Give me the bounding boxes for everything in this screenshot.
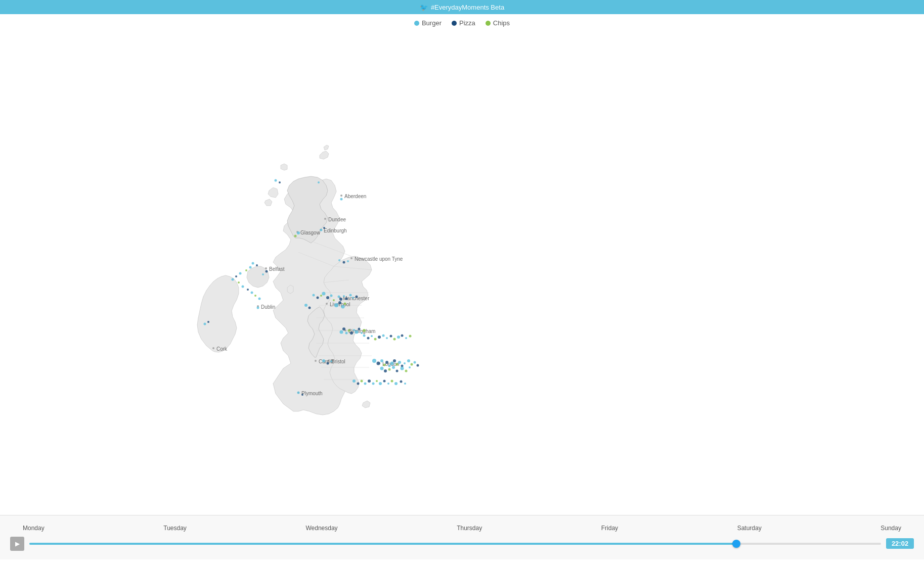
tweet-dot xyxy=(345,298,348,300)
legend-chips: Chips xyxy=(486,19,510,27)
tweet-dot xyxy=(345,332,348,335)
city-label: Plymouth xyxy=(301,391,323,396)
tweet-dot xyxy=(317,297,319,299)
city-dot xyxy=(350,257,353,259)
tweet-dot xyxy=(404,362,406,364)
tweet-dot xyxy=(364,383,367,385)
city-label: Edinburgh xyxy=(324,228,347,233)
tweet-dot xyxy=(304,304,307,307)
burger-dot xyxy=(414,21,419,26)
city-dot xyxy=(326,303,328,305)
tweet-dot xyxy=(405,370,408,372)
tweet-dot xyxy=(388,368,391,371)
pizza-label: Pizza xyxy=(459,19,475,27)
play-button[interactable]: ▶ xyxy=(10,537,24,551)
tweet-dot xyxy=(401,367,404,370)
slider-track[interactable] xyxy=(29,543,881,545)
tweet-dot xyxy=(309,307,311,309)
tweet-dot xyxy=(318,181,320,183)
header-title: #EverydayMoments Beta xyxy=(431,4,504,11)
tweet-dot xyxy=(411,363,413,366)
tweet-dot xyxy=(339,298,342,301)
tweet-dot xyxy=(254,295,256,297)
tweet-dot xyxy=(235,275,237,277)
tweet-dot xyxy=(344,303,346,305)
tweet-dot xyxy=(386,337,388,339)
tweet-dot xyxy=(393,359,396,362)
chips-dot xyxy=(486,21,491,26)
tweet-dot xyxy=(242,286,244,288)
tweet-dot xyxy=(252,262,254,265)
slider-thumb[interactable] xyxy=(732,540,740,548)
tweet-dot xyxy=(394,382,398,385)
tweet-dot xyxy=(301,394,303,396)
tweet-dot xyxy=(363,335,366,337)
tweet-dot xyxy=(371,335,373,337)
burger-label: Burger xyxy=(422,19,442,27)
tweet-dot xyxy=(343,261,345,264)
tweet-dot xyxy=(372,383,375,385)
tweet-dot xyxy=(380,367,384,370)
tweet-dot xyxy=(400,381,403,383)
day-sunday: Sunday xyxy=(881,525,901,532)
tweet-dot xyxy=(397,336,400,339)
tweet-dot xyxy=(330,360,332,362)
tweet-dot xyxy=(238,281,240,284)
tweet-dot xyxy=(358,328,361,331)
tweet-dot xyxy=(334,303,338,307)
tweet-dot xyxy=(380,359,383,362)
tweet-dot xyxy=(383,380,386,383)
tweet-dot xyxy=(239,272,242,275)
tweet-dot xyxy=(398,361,401,364)
tweet-dot xyxy=(372,359,376,363)
slider-fill xyxy=(29,543,736,545)
tweet-dot xyxy=(361,332,363,334)
tweet-dot xyxy=(275,179,277,182)
tweet-dot xyxy=(414,361,416,364)
timeline[interactable]: Monday Tuesday Wednesday Thursday Friday… xyxy=(0,515,924,559)
tweet-dot xyxy=(247,289,249,291)
tweet-dot xyxy=(409,335,412,338)
timeline-labels: Monday Tuesday Wednesday Thursday Friday… xyxy=(10,525,914,532)
legend-burger: Burger xyxy=(414,19,442,27)
tweet-dot xyxy=(262,273,264,275)
tweet-dot xyxy=(294,235,297,238)
tweet-dot xyxy=(349,294,352,297)
map-svg xyxy=(0,30,924,515)
tweet-dot xyxy=(342,327,345,331)
pizza-dot xyxy=(452,21,457,26)
legend: Burger Pizza Chips xyxy=(0,14,924,30)
chips-label: Chips xyxy=(493,19,510,27)
tweet-dot xyxy=(378,336,381,339)
city-label: Glasgow xyxy=(300,230,320,235)
tweet-dot xyxy=(340,198,343,201)
tweet-dot xyxy=(256,264,258,266)
tweet-dot xyxy=(320,229,323,231)
day-saturday: Saturday xyxy=(737,525,762,532)
tweet-dot xyxy=(357,383,360,385)
tweet-dot xyxy=(333,299,335,301)
tweet-dot xyxy=(258,298,261,300)
tweet-dot xyxy=(383,364,386,366)
tweet-dot xyxy=(338,301,341,304)
tweet-dot xyxy=(396,370,399,372)
city-dot xyxy=(315,360,317,362)
tweet-dot xyxy=(385,361,388,364)
tweet-dot xyxy=(350,332,353,335)
tweet-dot xyxy=(322,359,325,362)
tweet-dot xyxy=(393,338,396,341)
tweet-dot xyxy=(326,296,329,299)
tweet-dot xyxy=(392,366,395,369)
app-header: 🐦 #EverydayMoments Beta xyxy=(0,0,924,14)
tweet-dot xyxy=(356,296,358,298)
tweet-dot xyxy=(347,260,349,262)
tweet-dot xyxy=(341,305,345,309)
tweet-dot xyxy=(376,380,378,382)
tweet-dot xyxy=(405,337,407,339)
tweet-dot xyxy=(374,338,377,341)
city-label: Aberdeen xyxy=(344,194,366,199)
day-wednesday: Wednesday xyxy=(305,525,337,532)
tweet-dot xyxy=(207,321,209,323)
tweet-dot xyxy=(322,292,326,296)
city-dot xyxy=(340,195,342,197)
